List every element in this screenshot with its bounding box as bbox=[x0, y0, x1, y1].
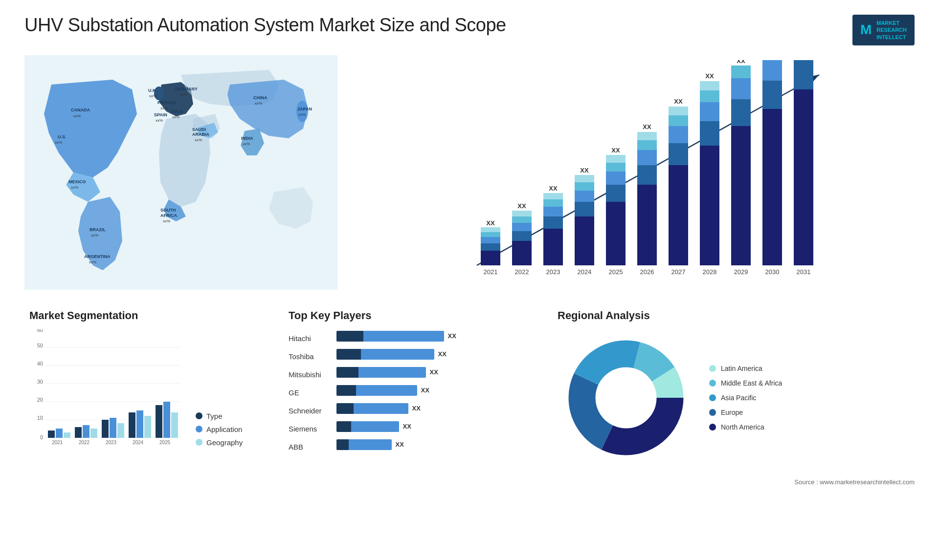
svg-text:0: 0 bbox=[40, 434, 43, 440]
bar-2025-seg1 bbox=[606, 202, 626, 265]
bar-2025-val: XX bbox=[611, 147, 620, 154]
bar-2023-seg4 bbox=[543, 199, 563, 207]
legend-latin-america: Latin America bbox=[709, 365, 782, 372]
svg-rect-33 bbox=[163, 402, 170, 438]
svg-rect-30 bbox=[144, 416, 151, 438]
player-bars-column: XX XX bbox=[336, 329, 533, 454]
bar-2028-seg4 bbox=[700, 90, 719, 102]
italy-label: ITALY bbox=[171, 109, 183, 114]
year-2021: 2021 bbox=[484, 268, 498, 276]
segmentation-chart-svg: 0 10 20 30 40 50 60 bbox=[29, 329, 186, 447]
legend-geography: Geography bbox=[196, 438, 243, 447]
bar-2026-seg2 bbox=[637, 165, 657, 185]
italy-value: xx% bbox=[172, 115, 179, 119]
bar-2026-val: XX bbox=[643, 123, 651, 130]
svg-rect-17 bbox=[56, 429, 63, 438]
bar-2030-seg1 bbox=[762, 109, 782, 265]
germany-value: xx% bbox=[180, 92, 187, 97]
legend-north-america-dot bbox=[709, 424, 716, 431]
player-toshiba: Toshiba bbox=[289, 350, 322, 364]
svg-rect-26 bbox=[117, 423, 124, 438]
bar-2021-seg3 bbox=[481, 237, 500, 243]
svg-rect-20 bbox=[75, 427, 82, 438]
mexico-value: xx% bbox=[71, 185, 78, 190]
bar-2023-seg2 bbox=[543, 216, 563, 229]
svg-text:2023: 2023 bbox=[106, 440, 117, 445]
china-value: xx% bbox=[255, 101, 262, 106]
bar-2030-seg2 bbox=[762, 81, 782, 109]
legend-latin-america-dot bbox=[709, 365, 716, 372]
svg-rect-22 bbox=[90, 429, 97, 438]
bar-2025-seg2 bbox=[606, 185, 626, 202]
bar-2024-seg3 bbox=[575, 191, 594, 202]
bar-hitachi: XX bbox=[336, 329, 533, 343]
argentina-value: xx% bbox=[89, 260, 96, 264]
legend-north-america: North America bbox=[709, 423, 782, 431]
japan-value: xx% bbox=[298, 112, 306, 117]
legend-mea: Middle East & Africa bbox=[709, 379, 782, 387]
bar-2029-seg4 bbox=[731, 65, 751, 78]
bar-siemens: XX bbox=[336, 420, 533, 433]
bar-2027-seg4 bbox=[669, 115, 688, 126]
bar-2023-seg5 bbox=[543, 193, 563, 199]
player-siemens: Siemens bbox=[289, 422, 322, 436]
bar-2028-seg2 bbox=[700, 121, 719, 146]
svg-text:2024: 2024 bbox=[133, 440, 144, 445]
svg-text:2025: 2025 bbox=[159, 440, 171, 445]
svg-rect-28 bbox=[129, 412, 135, 438]
bar-chart-svg: XX XX XX XX bbox=[362, 60, 905, 290]
bar-2022-seg3 bbox=[512, 223, 532, 231]
logo-letter: M bbox=[860, 22, 872, 38]
bar-abb: XX bbox=[336, 438, 533, 452]
saudi-label2: ARABIA bbox=[192, 132, 209, 137]
japan-shape bbox=[296, 101, 308, 122]
regional-content: Latin America Middle East & Africa Asia … bbox=[558, 329, 910, 466]
regional-legend: Latin America Middle East & Africa Asia … bbox=[709, 365, 782, 431]
bar-2023-seg3 bbox=[543, 207, 563, 216]
segmentation-section: Market Segmentation 0 10 20 30 40 50 60 bbox=[24, 304, 269, 452]
svg-text:60: 60 bbox=[37, 329, 43, 333]
year-2029: 2029 bbox=[734, 268, 748, 276]
player-schneider: Schneider bbox=[289, 404, 322, 418]
world-map-container: CANADA xx% U.S. xx% MEXICO xx% BRAZIL xx… bbox=[24, 55, 337, 290]
year-2022: 2022 bbox=[515, 268, 529, 276]
world-map-section: CANADA xx% U.S. xx% MEXICO xx% BRAZIL xx… bbox=[24, 55, 337, 290]
svg-rect-18 bbox=[64, 432, 70, 438]
bar-toshiba: XX bbox=[336, 347, 533, 361]
bar-2024-seg5 bbox=[575, 175, 594, 182]
players-title: Top Key Players bbox=[289, 309, 533, 322]
bar-2021-seg5 bbox=[481, 227, 500, 232]
argentina-label: ARGENTINA bbox=[84, 254, 111, 259]
legend-geography-dot bbox=[196, 439, 202, 446]
player-names-column: Hitachi Toshiba Mitsubishi GE Schneider … bbox=[289, 329, 322, 454]
bar-2031-seg2 bbox=[794, 60, 813, 89]
year-2027: 2027 bbox=[671, 268, 686, 276]
spain-label: SPAIN bbox=[154, 112, 167, 117]
uk-label: U.K. bbox=[148, 88, 157, 93]
world-map-svg: CANADA xx% U.S. xx% MEXICO xx% BRAZIL xx… bbox=[24, 55, 337, 290]
legend-application: Application bbox=[196, 425, 243, 433]
svg-text:2022: 2022 bbox=[79, 440, 90, 445]
page-title: UHV Substation Automation System Market … bbox=[24, 15, 506, 36]
donut-chart-wrapper bbox=[558, 329, 694, 466]
bar-2021-seg2 bbox=[481, 243, 500, 251]
logo-text: MARKET RESEARCH INTELLECT bbox=[876, 20, 907, 41]
donut-center bbox=[596, 367, 656, 428]
legend-asia-pacific: Asia Pacific bbox=[709, 394, 782, 402]
legend-type: Type bbox=[196, 412, 243, 420]
bar-2022-val: XX bbox=[517, 202, 526, 210]
bar-2024-seg2 bbox=[575, 202, 594, 216]
bar-2024-seg1 bbox=[575, 216, 594, 265]
bar-2022-seg2 bbox=[512, 231, 532, 241]
bar-2029-seg3 bbox=[731, 78, 751, 99]
legend-asia-pacific-dot bbox=[709, 394, 716, 401]
player-abb: ABB bbox=[289, 440, 322, 454]
mexico-label: MEXICO bbox=[68, 179, 86, 184]
bar-2026-seg3 bbox=[637, 150, 657, 165]
source-text: Source : www.marketresearchintellect.com bbox=[24, 478, 915, 486]
legend-type-dot bbox=[196, 412, 202, 419]
legend-mea-dot bbox=[709, 380, 716, 387]
bar-2028-seg5 bbox=[700, 81, 719, 90]
svg-rect-24 bbox=[102, 420, 109, 438]
legend-europe: Europe bbox=[709, 409, 782, 416]
